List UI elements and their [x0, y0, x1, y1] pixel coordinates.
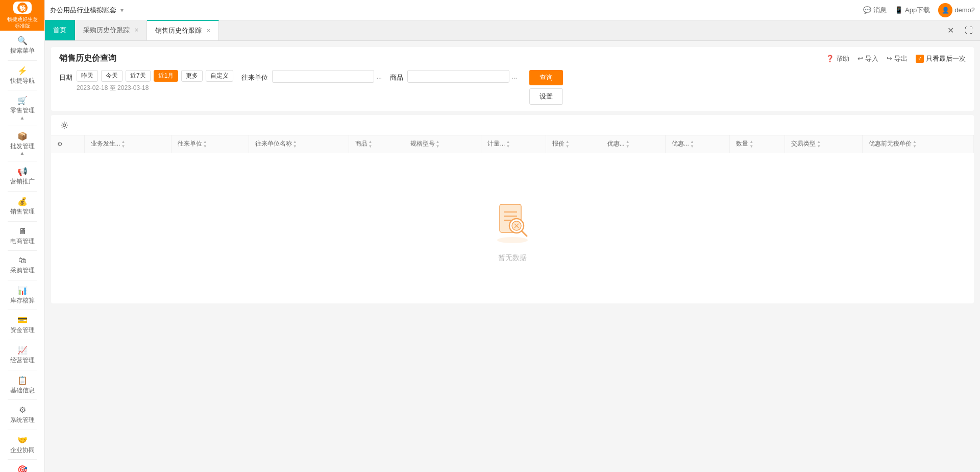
app-download-label: App下载	[905, 6, 930, 15]
topbar-app-title: 办公用品行业模拟账套	[50, 6, 116, 15]
table-settings-icon[interactable]	[57, 118, 71, 132]
help-label: 帮助	[836, 54, 849, 63]
query-button[interactable]: 查询	[529, 70, 563, 85]
tabbar-actions: ✕ ⛶	[943, 23, 980, 38]
sidebar-label-quick-nav: 快捷导航	[10, 77, 35, 85]
export-btn[interactable]: ↪ 导出	[887, 54, 908, 63]
tab-home[interactable]: 首页	[45, 20, 75, 40]
help-icon: ❓	[826, 55, 834, 62]
partner-dots-btn[interactable]: ...	[376, 73, 382, 80]
only-last-checkbox[interactable]: ✓ 只看最后一次	[916, 54, 966, 63]
goods-dots-btn[interactable]: ...	[511, 73, 517, 80]
col-settings-icon[interactable]: ⚙	[57, 140, 63, 148]
sidebar-item-purchase[interactable]: 🛍 采购管理	[8, 251, 37, 280]
sidebar-item-retail[interactable]: 🛒 零售管理 ▲	[8, 90, 37, 126]
sidebar-item-enterprise[interactable]: 🤝 企业协同	[8, 430, 37, 460]
sort-arrows: ▲▼	[690, 139, 694, 149]
col-header-biz_date[interactable]: 业务发生...▲▼	[84, 135, 171, 153]
col-header-qty[interactable]: 数量▲▼	[730, 135, 785, 153]
quick-nav-icon: ⚡	[17, 66, 28, 76]
col-header-discount2[interactable]: 优惠...▲▼	[665, 135, 729, 153]
topbar: 办公用品行业模拟账套 ▾ 💬 消息 📱 App下载 👤 demo2	[45, 0, 980, 20]
date-filter-group: 昨天今天近7天近1月更多自定义 2023-02-18 至 2023-03-18	[77, 70, 233, 92]
message-label: 消息	[873, 6, 887, 15]
topbar-dropdown-icon[interactable]: ▾	[120, 7, 124, 14]
query-panel: 销售历史价查询 ❓ 帮助 ↩ 导入 ↪ 导出 ✓	[51, 47, 974, 111]
logo-text: 畅捷通好生意 标准版	[7, 16, 38, 29]
sidebar-item-sales[interactable]: 💰 销售管理	[8, 192, 37, 222]
sort-arrows: ▲▼	[369, 139, 373, 149]
sidebar-item-guide[interactable]: 🎯 新手引导	[8, 460, 37, 472]
sidebar-label-system: 系统管理	[10, 416, 35, 424]
sidebar-label-purchase: 采购管理	[10, 267, 35, 275]
col-header-spec[interactable]: 规格型号▲▼	[404, 135, 481, 153]
expand-arrow-retail: ▲	[20, 115, 25, 121]
date-preset-昨天[interactable]: 昨天	[77, 70, 98, 82]
sidebar-item-search[interactable]: 🔍 搜索菜单	[8, 31, 37, 61]
col-header-partner_code[interactable]: 往来单位▲▼	[171, 135, 249, 153]
date-preset-自定义[interactable]: 自定义	[206, 70, 233, 82]
sidebar-item-basic[interactable]: 📋 基础信息	[8, 370, 37, 400]
col-header-goods[interactable]: 商品▲▼	[349, 135, 404, 153]
col-header-quote[interactable]: 报价▲▼	[546, 135, 601, 153]
close-tab-btn[interactable]: ✕	[943, 23, 958, 38]
col-header-unit[interactable]: 计量...▲▼	[481, 135, 546, 153]
sort-arrows: ▲▼	[293, 139, 297, 149]
sidebar-item-finance[interactable]: 💳 资金管理	[8, 310, 37, 340]
col-header-pretax_price[interactable]: 优惠前无税单价▲▼	[863, 135, 974, 153]
user-profile[interactable]: 👤 demo2	[938, 3, 975, 17]
search-icon: 🔍	[17, 36, 28, 45]
query-panel-header: 销售历史价查询 ❓ 帮助 ↩ 导入 ↪ 导出 ✓	[59, 53, 966, 64]
page-title: 销售历史价查询	[59, 53, 116, 64]
sidebar-item-system[interactable]: ⚙ 系统管理	[8, 400, 37, 430]
empty-icon	[487, 194, 538, 245]
sidebar-item-quick-nav[interactable]: ⚡ 快捷导航	[8, 61, 37, 91]
date-preset-今天[interactable]: 今天	[101, 70, 122, 82]
tab-sales-history[interactable]: 销售历史价跟踪×	[147, 20, 219, 40]
main-content: 办公用品行业模拟账套 ▾ 💬 消息 📱 App下载 👤 demo2 首页采购历史…	[45, 0, 980, 472]
date-preset-近7天[interactable]: 近7天	[126, 70, 151, 82]
empty-text: 暂无数据	[498, 253, 527, 263]
message-icon: 💬	[863, 6, 871, 14]
sort-arrows: ▲▼	[121, 139, 126, 149]
sidebar-item-marketing[interactable]: 📢 营销推广	[8, 161, 37, 192]
message-btn[interactable]: 💬 消息	[863, 6, 887, 15]
col-header-trade_type[interactable]: 交易类型▲▼	[785, 135, 863, 153]
sidebar-item-operations[interactable]: 📈 经营管理	[8, 340, 37, 370]
sidebar-label-wholesale: 批发管理	[10, 143, 35, 151]
sidebar-item-wholesale[interactable]: 📦 批发管理 ▲	[8, 126, 37, 162]
date-preset-更多[interactable]: 更多	[181, 70, 203, 82]
sidebar-item-inventory[interactable]: 📊 库存核算	[8, 280, 37, 311]
sidebar-label-operations: 经营管理	[10, 357, 35, 365]
expand-arrow-wholesale: ▲	[20, 150, 25, 156]
partner-input-group: ...	[272, 70, 382, 83]
settings-button[interactable]: 设置	[529, 88, 563, 105]
sidebar-label-search: 搜索菜单	[10, 47, 35, 55]
close-tab-purchase-history[interactable]: ×	[135, 27, 138, 34]
sidebar-label-finance: 资金管理	[10, 326, 35, 335]
export-label: 导出	[894, 54, 908, 63]
partner-input[interactable]	[272, 70, 374, 83]
app-download-btn[interactable]: 📱 App下载	[895, 6, 930, 15]
ecommerce-icon: 🖥	[18, 227, 27, 236]
goods-input[interactable]	[407, 70, 509, 83]
close-tab-sales-history[interactable]: ×	[207, 27, 210, 34]
sidebar-item-ecommerce[interactable]: 🖥 电商管理	[8, 222, 37, 251]
svg-text:畅: 畅	[19, 5, 26, 12]
col-header-discount1[interactable]: 优惠...▲▼	[601, 135, 665, 153]
table-toolbar	[51, 115, 974, 135]
avatar-icon: 👤	[942, 7, 949, 14]
date-preset-近1月[interactable]: 近1月	[154, 70, 179, 82]
fullscreen-btn[interactable]: ⛶	[962, 23, 976, 38]
sidebar-label-sales: 销售管理	[10, 208, 35, 216]
enterprise-icon: 🤝	[17, 435, 28, 445]
help-btn[interactable]: ❓ 帮助	[826, 54, 849, 63]
tab-purchase-history[interactable]: 采购历史价跟踪×	[75, 20, 147, 40]
tab-label-sales-history: 销售历史价跟踪	[155, 26, 202, 35]
inventory-icon: 📊	[17, 286, 28, 295]
import-btn[interactable]: ↩ 导入	[857, 54, 878, 63]
sort-arrows: ▲▼	[436, 139, 440, 149]
col-header-partner_name[interactable]: 往来单位名称▲▼	[249, 135, 349, 153]
import-icon: ↩	[857, 55, 863, 62]
action-buttons: 查询 设置	[529, 70, 563, 105]
